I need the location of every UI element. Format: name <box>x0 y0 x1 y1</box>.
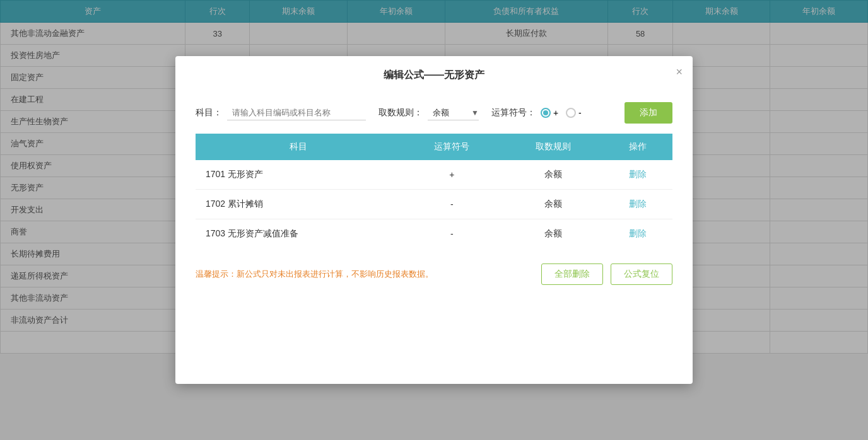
formula-row: 1703 无形资产减值准备 - 余额 删除 <box>196 219 672 249</box>
th-subject: 科目 <box>196 134 401 160</box>
formula-rule: 余额 <box>502 160 603 190</box>
operator-label: 运算符号： <box>491 107 536 119</box>
th-rule: 取数规则 <box>502 134 603 160</box>
form-row: 科目： 取数规则： 余额 借方发生额 贷方发生额 ▼ 运算符号： <box>175 92 693 134</box>
rule-select-wrapper: 余额 借方发生额 贷方发生额 ▼ <box>428 105 479 120</box>
subject-group: 科目： <box>196 105 366 120</box>
formula-subject: 1701 无形资产 <box>196 160 401 190</box>
th-operator: 运算符号 <box>401 134 502 160</box>
radio-minus-label: - <box>578 108 582 118</box>
formula-action: 删除 <box>604 190 672 219</box>
modal-header: 编辑公式——无形资产 × <box>175 56 693 92</box>
formula-subject: 1703 无形资产减值准备 <box>196 219 401 249</box>
operator-group: 运算符号： + - <box>491 107 582 119</box>
radio-group: + - <box>541 108 582 118</box>
formula-action: 删除 <box>604 219 672 249</box>
formula-rule: 余额 <box>502 219 603 249</box>
table-header-row: 科目 运算符号 取数规则 操作 <box>196 134 672 160</box>
modal-title: 编辑公式——无形资产 <box>384 69 484 80</box>
rule-label: 取数规则： <box>378 107 423 119</box>
delete-row-button[interactable]: 删除 <box>629 228 647 240</box>
delete-row-button[interactable]: 删除 <box>629 169 647 180</box>
modal-footer: 温馨提示：新公式只对未出报表进行计算，不影响历史报表数据。 全部删除 公式复位 <box>175 248 693 290</box>
formula-rule: 余额 <box>502 190 603 219</box>
rule-select[interactable]: 余额 借方发生额 贷方发生额 <box>428 105 479 120</box>
radio-plus[interactable]: + <box>541 108 558 118</box>
radio-plus-label: + <box>553 108 558 118</box>
formula-operator: - <box>401 219 502 249</box>
radio-minus[interactable]: - <box>566 108 582 118</box>
formula-operator: - <box>401 190 502 219</box>
modal-dialog: 编辑公式——无形资产 × 科目： 取数规则： 余额 借方发生额 贷方发生额 ▼ <box>175 56 693 384</box>
delete-all-button[interactable]: 全部删除 <box>541 263 603 285</box>
radio-plus-circle <box>541 108 551 118</box>
add-button[interactable]: 添加 <box>625 102 672 124</box>
radio-minus-circle <box>566 108 576 118</box>
modal-close-button[interactable]: × <box>676 66 683 78</box>
subject-label: 科目： <box>196 107 222 119</box>
subject-input[interactable] <box>227 105 366 120</box>
formula-action: 删除 <box>604 160 672 190</box>
delete-row-button[interactable]: 删除 <box>629 199 647 210</box>
formula-row: 1701 无形资产 + 余额 删除 <box>196 160 672 190</box>
formula-table-wrapper: 科目 运算符号 取数规则 操作 1701 无形资产 + 余额 删除 1702 累… <box>196 134 672 248</box>
footer-hint: 温馨提示：新公式只对未出报表进行计算，不影响历史报表数据。 <box>196 269 433 280</box>
modal-overlay: 编辑公式——无形资产 × 科目： 取数规则： 余额 借方发生额 贷方发生额 ▼ <box>0 0 868 440</box>
formula-table: 科目 运算符号 取数规则 操作 1701 无形资产 + 余额 删除 1702 累… <box>196 134 672 248</box>
footer-buttons: 全部删除 公式复位 <box>541 263 672 285</box>
reset-formula-button[interactable]: 公式复位 <box>611 263 672 285</box>
th-action: 操作 <box>604 134 672 160</box>
formula-operator: + <box>401 160 502 190</box>
rule-group: 取数规则： 余额 借方发生额 贷方发生额 ▼ <box>378 105 479 120</box>
formula-subject: 1702 累计摊销 <box>196 190 401 219</box>
formula-row: 1702 累计摊销 - 余额 删除 <box>196 190 672 219</box>
